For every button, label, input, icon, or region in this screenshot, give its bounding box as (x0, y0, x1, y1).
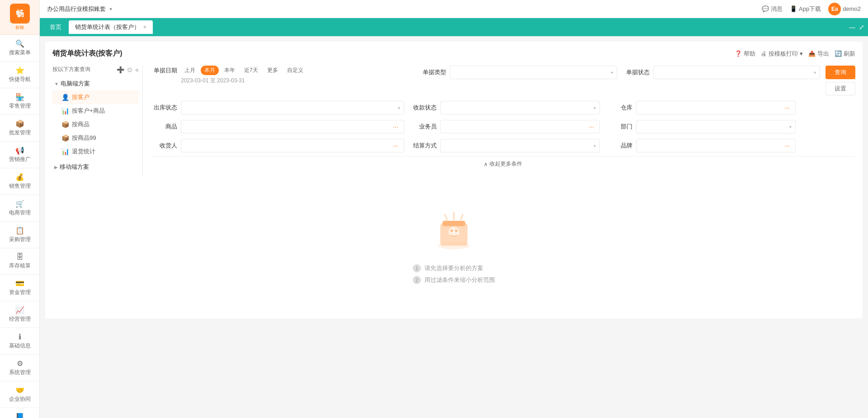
warehouse-ellipsis[interactable]: ··· (783, 104, 792, 111)
sidebar-item-sales-mgmt[interactable]: 💰销售管理 (0, 168, 39, 195)
warehouse-select[interactable]: ··· (636, 101, 796, 114)
goods-ellipsis[interactable]: ··· (391, 123, 400, 130)
refresh-button[interactable]: 🔄 刷新 (835, 50, 855, 58)
scheme-collapse-icon[interactable]: « (135, 66, 139, 73)
by-goods-99-icon: 📦 (61, 134, 69, 142)
logo-text: 标账 (15, 24, 24, 31)
salesman-ellipsis[interactable]: ··· (587, 123, 596, 130)
date-tab-更多[interactable]: 更多 (264, 66, 282, 75)
query-button[interactable]: 查询 (826, 66, 855, 79)
scheme-item-return-stats[interactable]: 📊退货统计 (52, 145, 139, 158)
payment-method-label: 结算方式 (410, 142, 437, 150)
goods-select[interactable]: ··· (181, 120, 404, 133)
tab-close-icon[interactable]: × (143, 24, 146, 30)
scheme-item-by-customer[interactable]: 👤按客户 (52, 90, 139, 104)
sidebar-item-wholesale-mgmt[interactable]: 📦批发管理 (0, 115, 39, 142)
sidebar-item-onboarding[interactable]: 📘新手引导 (0, 408, 39, 418)
sidebar-item-finance[interactable]: 💳资金管理 (0, 275, 39, 301)
mobile-section-header[interactable]: ▶ 移动端方案 (52, 160, 139, 174)
date-label: 单据日期 (150, 66, 177, 75)
page-actions: ❓ 帮助 🖨 按模板打印 ▾ 📤 导出 🔄 刷新 (735, 50, 855, 58)
date-tab-上月[interactable]: 上月 (181, 66, 199, 75)
payment-status-arrow: ▾ (594, 105, 596, 110)
receiver-ellipsis[interactable]: ··· (391, 142, 400, 149)
sidebar-item-basic-info[interactable]: ℹ基础信息 (0, 328, 39, 355)
user-name: demo2 (843, 5, 861, 12)
out-status-select[interactable]: ▾ (181, 101, 404, 114)
scheme-settings-icon[interactable]: ⊙ (127, 66, 132, 73)
export-button[interactable]: 📤 导出 (808, 50, 829, 58)
active-tab-label: 销货单统计表（按客户） (75, 23, 140, 31)
return-stats-label: 退货统计 (72, 147, 95, 156)
sidebar-item-ecommerce[interactable]: 🛒电商管理 (0, 195, 39, 222)
sidebar-item-operations[interactable]: 📈经营管理 (0, 301, 39, 328)
return-stats-icon: 📊 (61, 148, 69, 155)
scheme-item-by-goods-99[interactable]: 📦按商品99 (52, 131, 139, 145)
operations-icon: 📈 (15, 306, 24, 314)
doc-status-select[interactable]: ▾ (653, 66, 820, 79)
print-button[interactable]: 🖨 按模板打印 ▾ (761, 50, 803, 58)
date-tab-自定义[interactable]: 自定义 (283, 66, 307, 75)
payment-status-select[interactable]: ▾ (440, 101, 600, 114)
scheme-item-by-goods[interactable]: 📦按商品 (52, 118, 139, 131)
collapse-button[interactable]: ∧ 收起更多条件 (150, 156, 855, 171)
tab-minimize-icon[interactable]: — (849, 24, 855, 31)
sidebar-item-marketing[interactable]: 📢营销推广 (0, 142, 39, 168)
sidebar-item-inventory[interactable]: 🗄库存核算 (0, 248, 39, 275)
onboarding-icon: 📘 (15, 413, 24, 418)
sidebar-item-search-menu[interactable]: 🔍搜索菜单 (0, 35, 39, 62)
by-customer-goods-icon: 📊 (61, 107, 69, 114)
tab-bar: 首页 销货单统计表（按客户） × — ⤢ (40, 18, 868, 36)
by-customer-goods-label: 按客户+商品 (72, 107, 105, 115)
sidebar-item-retail-mgmt[interactable]: 🏪零售管理 (0, 88, 39, 115)
main-area: 办公用品行业模拟账套 ▾ 💬 消息 📱 App下载 Ea demo2 首页 销货… (40, 0, 868, 418)
brand-ellipsis[interactable]: ··· (783, 142, 792, 149)
tab-maximize-icon[interactable]: ⤢ (859, 24, 864, 31)
tab-home[interactable]: 首页 (43, 20, 68, 34)
salesman-select[interactable]: ··· (440, 120, 600, 133)
date-tabs: 上月本月本年近7天更多自定义 (181, 66, 307, 75)
brand-select[interactable]: ··· (636, 139, 796, 152)
tip-num-1: 1 (413, 264, 421, 272)
page-title: 销货单统计表(按客户) (52, 49, 123, 58)
tab-sales-stats[interactable]: 销货单统计表（按客户） × (69, 20, 153, 34)
settings-button[interactable]: 设置 (826, 82, 855, 95)
print-icon: 🖨 (761, 50, 767, 57)
marketing-icon: 📢 (15, 146, 24, 155)
help-label: 帮助 (744, 50, 755, 58)
sidebar-item-enterprise[interactable]: 🤝企业协同 (0, 381, 39, 408)
industry-dropdown[interactable]: ▾ (109, 6, 112, 12)
help-button[interactable]: ❓ 帮助 (735, 50, 755, 58)
sidebar-item-quick-nav[interactable]: ⭐快捷导航 (0, 62, 39, 88)
inventory-icon: 🗄 (16, 253, 24, 261)
svg-line-8 (461, 214, 463, 220)
message-button[interactable]: 💬 消息 (762, 5, 783, 13)
doc-type-select[interactable]: ▾ (450, 66, 617, 79)
scheme-item-by-customer-goods[interactable]: 📊按客户+商品 (52, 104, 139, 118)
dept-select[interactable]: ▾ (636, 120, 796, 133)
page-header: 销货单统计表(按客户) ❓ 帮助 🖨 按模板打印 ▾ 📤 导出 (52, 49, 855, 58)
date-tab-本月[interactable]: 本月 (201, 66, 219, 75)
app-download-button[interactable]: 📱 App下载 (790, 5, 821, 13)
scheme-header: 按以下方案查询 ➕ ⊙ « (52, 66, 139, 73)
svg-point-4 (451, 230, 453, 232)
user-profile[interactable]: Ea demo2 (828, 3, 861, 15)
sidebar-item-purchase[interactable]: 📋采购管理 (0, 222, 39, 248)
collapse-label: 收起更多条件 (490, 160, 522, 168)
sidebar-item-system-mgmt[interactable]: ⚙系统管理 (0, 355, 39, 381)
goods-label: 商品 (150, 123, 177, 131)
industry-title: 办公用品行业模拟账套 (47, 5, 106, 13)
empty-tip-1: 1 请先选择要分析的方案 (413, 264, 495, 272)
desktop-section-header[interactable]: ▼ 电脑端方案 (52, 77, 139, 90)
retail-mgmt-icon: 🏪 (15, 93, 24, 101)
refresh-icon: 🔄 (835, 50, 842, 57)
desktop-scheme-section: ▼ 电脑端方案 👤按客户📊按客户+商品📦按商品📦按商品99📊退货统计 (52, 77, 139, 158)
date-tab-本年[interactable]: 本年 (221, 66, 239, 75)
scheme-add-icon[interactable]: ➕ (117, 66, 124, 73)
receiver-select[interactable]: ··· (181, 139, 404, 152)
purchase-icon: 📋 (15, 226, 24, 235)
header-right: 💬 消息 📱 App下载 Ea demo2 (762, 3, 861, 15)
marketing-label: 营销推广 (9, 156, 31, 163)
date-tab-近7天[interactable]: 近7天 (241, 66, 262, 75)
payment-method-select[interactable]: ▾ (440, 139, 600, 152)
